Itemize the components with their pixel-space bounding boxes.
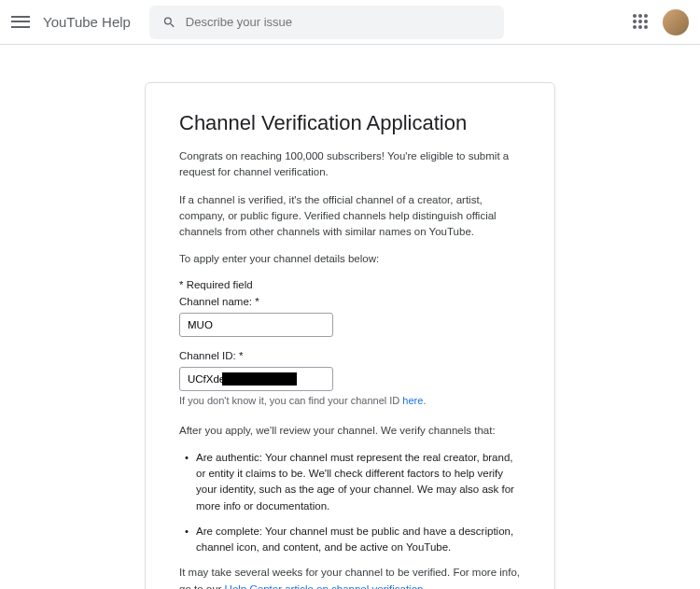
search-icon: [162, 15, 176, 30]
apps-icon[interactable]: [633, 14, 650, 31]
bullet-complete: •Are complete: Your channel must be publ…: [179, 524, 521, 556]
verification-card: Channel Verification Application Congrat…: [145, 82, 555, 589]
weeks-text: It may take several weeks for your chann…: [179, 565, 521, 589]
after-apply-text: After you apply, we'll review your chann…: [179, 423, 521, 439]
required-note: * Required field: [179, 279, 521, 290]
congrats-text: Congrats on reaching 100,000 subscribers…: [179, 148, 521, 181]
channel-name-label: Channel name: *: [179, 296, 521, 307]
avatar[interactable]: [663, 9, 689, 35]
help-center-link[interactable]: Help Center article on channel verificat…: [225, 583, 424, 590]
intro-text: If a channel is verified, it's the offic…: [179, 192, 521, 241]
search-bar[interactable]: [149, 6, 504, 39]
channel-name-input[interactable]: [179, 313, 333, 337]
channel-id-label: Channel ID: *: [179, 350, 521, 361]
bullet-authentic: •Are authentic: Your channel must repres…: [179, 450, 521, 514]
apply-text: To apply enter your channel details belo…: [179, 251, 521, 267]
find-id-link[interactable]: here: [402, 395, 423, 406]
channel-id-input[interactable]: [179, 367, 333, 391]
logo: YouTube Help: [43, 14, 131, 30]
search-input[interactable]: [186, 15, 491, 29]
menu-icon[interactable]: [11, 13, 30, 32]
page-title: Channel Verification Application: [179, 111, 521, 135]
